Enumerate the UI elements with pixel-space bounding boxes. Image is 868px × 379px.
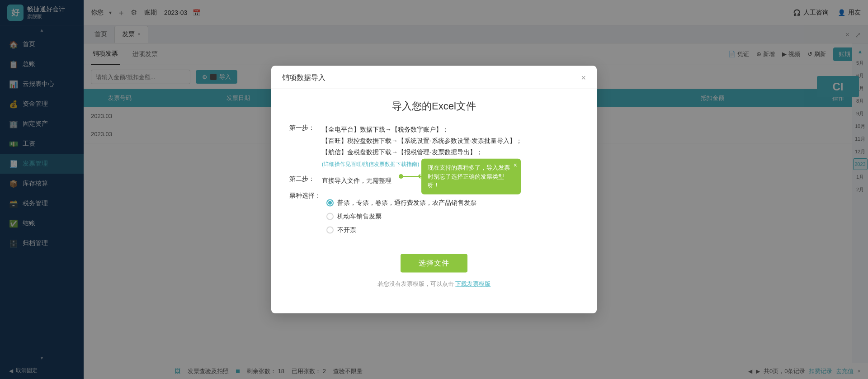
radio-motor[interactable]	[326, 213, 334, 220]
radio-none[interactable]	[326, 226, 334, 233]
ticket-row: 票种选择： 普票，专票，卷票，通行费发票，农产品销售发票 机动车销售发票 不开票	[289, 191, 579, 243]
step1-line3: 【航信】金税盘数据下载→【报税管理-发票数据导出】；	[322, 147, 522, 158]
modal-header: 销项数据导入 ×	[271, 66, 597, 89]
tooltip-text: 现在支持的票种多了，导入发票时别忘了选择正确的发票类型呀！	[428, 164, 510, 189]
detail-link[interactable]: (详细操作见百旺/航信发票数据下载指南)	[322, 161, 419, 167]
download-template-link[interactable]: 下载发票模版	[455, 280, 491, 287]
radio-item-normal[interactable]: 普票，专票，卷票，通行费发票，农产品销售发票	[326, 199, 476, 207]
step1-label: 第一步：	[289, 124, 316, 170]
modal-title: 销项数据导入	[282, 73, 326, 83]
step1-line1: 【全电平台】数据下载→【税务数字账户】；	[322, 124, 522, 135]
step1-line2: 【百旺】税控盘数据下载→【系统设置-系统参数设置-发票批量导入】；	[322, 135, 522, 147]
ticket-label: 票种选择：	[289, 191, 321, 243]
radio-group: 普票，专票，卷票，通行费发票，农产品销售发票 机动车销售发票 不开票	[326, 199, 476, 239]
step2-content: 直接导入文件，无需整理	[322, 175, 392, 186]
step2-label: 第二步：	[289, 175, 316, 186]
radio-item-motor[interactable]: 机动车销售发票	[326, 212, 476, 220]
select-file-button[interactable]: 选择文件	[401, 254, 467, 272]
modal-main-title: 导入您的Excel文件	[289, 99, 579, 113]
modal-close-button[interactable]: ×	[581, 73, 586, 83]
radio-item-none[interactable]: 不开票	[326, 226, 476, 234]
tooltip-dot	[399, 174, 403, 179]
radio-normal[interactable]	[326, 199, 334, 206]
tooltip-close-icon[interactable]: ×	[514, 161, 517, 170]
tooltip-bubble: × 现在支持的票种多了，导入发票时别忘了选择正确的发票类型呀！	[421, 159, 521, 194]
modal-footer: 若您没有发票模版，可以点击 下载发票模版	[289, 280, 579, 288]
